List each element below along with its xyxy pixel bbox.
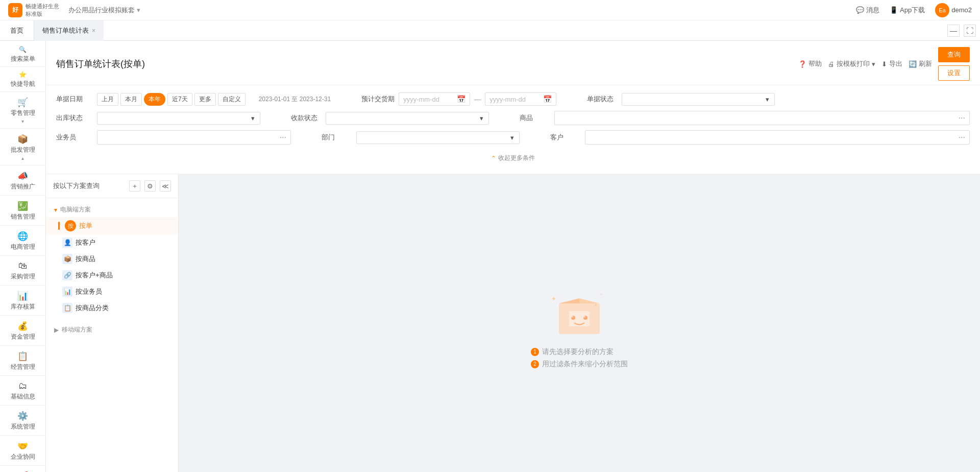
collapse-panel-button[interactable]: ≪	[160, 180, 171, 192]
last-month-btn[interactable]: 上月	[97, 93, 118, 106]
product-area: 商品 ···	[520, 111, 970, 125]
tree-node-by-product[interactable]: 📦 按商品	[46, 251, 178, 267]
more-icon[interactable]: ···	[959, 113, 965, 123]
collapse-bar[interactable]: ⌃ 收起更多条件	[56, 150, 970, 167]
salesperson-label: 业务员	[56, 133, 87, 142]
top-bar-right: 💬 消息 📱 App下载 Ea demo2	[856, 3, 972, 17]
sidebar-item-marketing[interactable]: 📣 营销推广	[0, 166, 45, 196]
message-button[interactable]: 💬 消息	[856, 6, 879, 15]
top-bar: 好 畅捷通好生意 标准版 办公用品行业模拟账套 ▾ 💬 消息 📱 App下载 E…	[0, 0, 980, 20]
sidebar-item-enterprise[interactable]: 🤝 企业协同	[0, 436, 45, 466]
sidebar-item-sales[interactable]: 💹 销售管理	[0, 196, 45, 226]
expected-date-area: 预计交货期 yyyy-mm-dd 📅 — yyyy-mm-dd 📅	[361, 92, 556, 106]
step-2-badge: 2	[531, 360, 539, 368]
department-select[interactable]: ▾	[356, 131, 520, 144]
last7-btn[interactable]: 近7天	[167, 93, 192, 106]
help-button[interactable]: ❓ 帮助	[798, 59, 822, 68]
more-date-btn[interactable]: 更多	[194, 93, 216, 106]
expected-date-end[interactable]: yyyy-mm-dd 📅	[485, 92, 556, 106]
empty-illustration: ✦ ✦ ✦	[544, 278, 615, 339]
page-title: 销售订单统计表(按单)	[56, 58, 145, 70]
svg-point-4	[571, 316, 573, 317]
active-node-icon: 按	[65, 220, 76, 231]
order-status-select[interactable]: ▾	[622, 93, 775, 106]
user-avatar-area[interactable]: Ea demo2	[935, 3, 972, 17]
ship-status-select[interactable]: ▾	[97, 112, 260, 125]
query-button[interactable]: 查询	[938, 47, 970, 62]
ship-status-label: 出库状态	[56, 113, 87, 123]
this-year-btn[interactable]: 本年	[144, 93, 165, 106]
date-buttons: 上月 本月 本年 近7天 更多 自定义	[97, 93, 246, 106]
sidebar-item-retail[interactable]: 🛒 零售管理 ▾	[0, 92, 45, 129]
message-icon: 💬	[856, 6, 864, 14]
step-1-badge: 1	[531, 348, 539, 356]
salesperson-select[interactable]: ···	[97, 130, 291, 145]
salesperson-more-icon[interactable]: ···	[280, 133, 286, 142]
purchase-icon: 🛍	[18, 261, 27, 271]
this-month-btn[interactable]: 本月	[120, 93, 142, 106]
sidebar-item-inventory[interactable]: 📊 库存核算	[0, 286, 45, 316]
sidebar-item-finance[interactable]: 💰 资金管理	[0, 316, 45, 346]
expected-date-start[interactable]: yyyy-mm-dd 📅	[399, 92, 470, 106]
sidebar-item-management[interactable]: 📋 经营管理	[0, 346, 45, 376]
sidebar-item-basicinfo[interactable]: 🗂 基础信息	[0, 376, 45, 406]
add-scheme-button[interactable]: +	[129, 180, 140, 192]
scheme-setting-button[interactable]: ⚙	[144, 180, 156, 192]
print-dropdown-icon: ▾	[872, 60, 875, 68]
tab-minimize-button[interactable]: —	[947, 25, 960, 37]
sidebar: 🔍 搜索菜单 ⭐ 快捷导航 🛒 零售管理 ▾ 📦 批发管理 ▴ 📣 营销推广 💹…	[0, 41, 46, 472]
tree-node-by-salesperson[interactable]: 📊 按业务员	[46, 284, 178, 300]
custom-date-btn[interactable]: 自定义	[218, 93, 246, 106]
sidebar-search-menu[interactable]: 🔍 搜索菜单	[0, 41, 45, 67]
svg-point-5	[583, 316, 585, 317]
tree-node-by-customer[interactable]: 👤 按客户	[46, 234, 178, 251]
chevron-down-icon: ▾	[766, 96, 769, 103]
template-print-button[interactable]: 🖨 按模板打印 ▾	[828, 59, 875, 68]
tree-node-mobile-expand[interactable]: ▶ 移动端方案	[46, 322, 178, 337]
sidebar-item-wholesale[interactable]: 📦 批发管理 ▴	[0, 129, 45, 166]
logo-text: 畅捷通好生意 标准版	[26, 3, 59, 17]
setting-button[interactable]: 设置	[938, 65, 970, 81]
by-salesperson-icon: 📊	[62, 287, 72, 297]
tab-active[interactable]: 销售订单统计表 ×	[34, 20, 104, 41]
retail-icon: 🛒	[17, 97, 28, 108]
sidebar-quick-nav[interactable]: ⭐ 快捷导航	[0, 67, 45, 92]
svg-text:✦: ✦	[595, 303, 597, 306]
export-button[interactable]: ⬇ 导出	[881, 59, 902, 68]
receive-status-area: 收款状态 ▾	[291, 112, 489, 125]
wholesale-icon: 📦	[17, 134, 28, 145]
breadcrumb-dropdown[interactable]: ▾	[137, 6, 140, 14]
product-select[interactable]: ···	[554, 111, 970, 125]
left-panel: 按以下方案查询 + ⚙ ≪ ▾ 电脑端方案	[46, 174, 179, 472]
customer-select[interactable]: ···	[585, 130, 970, 145]
customer-more-icon[interactable]: ···	[959, 133, 965, 142]
refresh-button[interactable]: 🔄 刷新	[909, 59, 932, 68]
order-status-area: 单据状态 ▾	[587, 93, 970, 106]
order-status-label: 单据状态	[587, 95, 618, 104]
receive-status-label: 收款状态	[291, 113, 322, 123]
chevron-down-icon: ▾	[251, 114, 255, 122]
by-product-icon: 📦	[62, 254, 72, 264]
inventory-icon: 📊	[17, 291, 28, 301]
tree-node-pc-expand[interactable]: ▾ 电脑端方案	[46, 202, 178, 217]
tab-close-button[interactable]: ×	[92, 27, 95, 34]
sidebar-item-ecommerce[interactable]: 🌐 电商管理	[0, 226, 45, 256]
tab-home[interactable]: 首页	[0, 20, 34, 41]
page-actions: ❓ 帮助 🖨 按模板打印 ▾ ⬇ 导出 🔄 刷新 查询	[798, 47, 970, 81]
empty-step-1: 1 请先选择要分析的方案	[531, 347, 614, 357]
tree-node-by-customer-product[interactable]: 🔗 按客户+商品	[46, 267, 178, 284]
tab-maximize-button[interactable]: ⛶	[964, 25, 976, 37]
management-icon: 📋	[17, 351, 28, 362]
filter-row-1: 单据日期 上月 本月 本年 近7天 更多 自定义 2023-01-01 至 20…	[56, 92, 970, 106]
sidebar-item-guide[interactable]: 🚀 新手引导	[0, 466, 45, 472]
sidebar-item-purchase[interactable]: 🛍 采购管理	[0, 256, 45, 286]
enterprise-icon: 🤝	[17, 441, 28, 452]
tree-node-by-category[interactable]: 📋 按商品分类	[46, 300, 178, 316]
by-category-icon: 📋	[62, 303, 72, 313]
tree-node-by-order[interactable]: 按 按单	[46, 217, 178, 234]
main-layout: 🔍 搜索菜单 ⭐ 快捷导航 🛒 零售管理 ▾ 📦 批发管理 ▴ 📣 营销推广 💹…	[0, 41, 980, 472]
empty-text: 1 请先选择要分析的方案 2 用过滤条件来缩小分析范围	[531, 347, 628, 369]
receive-status-select[interactable]: ▾	[326, 112, 489, 125]
app-download-button[interactable]: 📱 App下载	[890, 6, 925, 15]
sidebar-item-sysadmin[interactable]: ⚙️ 系统管理	[0, 406, 45, 436]
